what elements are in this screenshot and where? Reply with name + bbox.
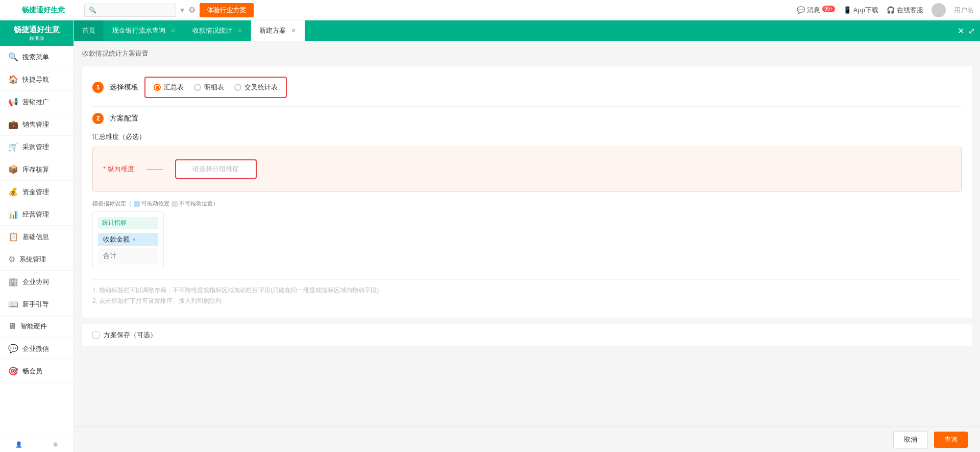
sidebar-item-purchase[interactable]: 🛒 采购管理 bbox=[0, 136, 74, 158]
radio-cross[interactable]: 交叉统计表 bbox=[234, 83, 278, 92]
dropdown-icon[interactable]: ▾ bbox=[180, 5, 184, 15]
sidebar-item-label: 企业微信 bbox=[22, 344, 49, 353]
sidebar-item-marketing[interactable]: 📢 营销推广 bbox=[0, 91, 74, 113]
basic-icon: 📋 bbox=[8, 232, 18, 242]
sidebar-item-member[interactable]: 🎯 畅会员 bbox=[0, 360, 74, 383]
sidebar-item-wechat[interactable]: 💬 企业微信 bbox=[0, 338, 74, 360]
tab-close-btn[interactable]: ✕ bbox=[958, 26, 964, 36]
tab-new-plan[interactable]: 新建方案 ✕ bbox=[251, 20, 305, 41]
settings-icon[interactable]: ⚙ bbox=[188, 5, 195, 15]
tab-cashflow[interactable]: 现金银行流水查询 ✕ bbox=[104, 20, 184, 41]
tab-new-plan-label: 新建方案 bbox=[259, 26, 286, 35]
metrics-header-text: 模板指标设定（ bbox=[92, 200, 132, 207]
sidebar-item-label: 销售管理 bbox=[22, 120, 49, 129]
service-item[interactable]: 🎧 在线客服 bbox=[887, 6, 923, 15]
sidebar-item-label: 经营管理 bbox=[22, 210, 49, 219]
tab-receipt-close[interactable]: ✕ bbox=[237, 27, 242, 34]
notification-item[interactable]: 💬 消息 99+ bbox=[797, 6, 835, 15]
sidebar-item-sales[interactable]: 💼 销售管理 bbox=[0, 113, 74, 136]
tab-receipt[interactable]: 收款情况统计 ✕ bbox=[184, 20, 251, 41]
sidebar-item-enterprise[interactable]: 🏢 企业协同 bbox=[0, 271, 74, 293]
footer-bar: 取消 查询 bbox=[74, 426, 980, 452]
stat-section-label: 统计指标 bbox=[98, 217, 158, 229]
breadcrumb: 收款情况统计方案设置 bbox=[82, 49, 972, 58]
sidebar-item-label: 畅会员 bbox=[22, 367, 42, 376]
page-content: 收款情况统计方案设置 1 选择模板 汇总表 明细表 bbox=[74, 41, 980, 426]
header: 畅捷通好生意 🔍 ▾ ⚙ 体验行业方案 💬 消息 99+ 📱 App下载 🎧 在… bbox=[0, 0, 980, 20]
sidebar-item-label: 资金管理 bbox=[22, 187, 49, 197]
member-icon: 🎯 bbox=[8, 366, 18, 376]
radio-detail-label: 明细表 bbox=[204, 83, 224, 92]
sidebar-item-guide[interactable]: 📖 新手引导 bbox=[0, 293, 74, 316]
radio-detail[interactable]: 明细表 bbox=[194, 83, 224, 92]
sidebar-footer-item-2[interactable]: ⚙ bbox=[53, 441, 58, 448]
sidebar-logo-sub: 标准版 bbox=[29, 35, 44, 42]
tip1: 1. 拖动标题栏可以调整布局，不可跨维度或指标区域拖动栏目字段(只能在同一维度或… bbox=[92, 286, 962, 295]
step2-row: 2 方案配置 bbox=[92, 113, 962, 124]
dot-blue bbox=[134, 201, 140, 207]
sidebar-item-management[interactable]: 📊 经营管理 bbox=[0, 203, 74, 226]
query-button[interactable]: 查询 bbox=[934, 432, 968, 448]
radio-dot-cross bbox=[234, 84, 241, 91]
sidebar-item-system[interactable]: ⚙ 系统管理 bbox=[0, 248, 74, 271]
main-wrapper: 畅捷通好生意 标准版 🔍 搜索菜单 🏠 快捷导航 📢 营销推广 💼 销售管理 🛒… bbox=[0, 20, 980, 452]
sidebar-item-basic[interactable]: 📋 基础信息 bbox=[0, 226, 74, 248]
sidebar-item-label: 企业协同 bbox=[22, 277, 49, 287]
tab-home[interactable]: 首页 bbox=[74, 20, 104, 41]
tab-cashflow-close[interactable]: ✕ bbox=[170, 27, 176, 34]
sidebar-footer: 👤 ⚙ bbox=[0, 437, 74, 452]
industry-btn[interactable]: 体验行业方案 bbox=[200, 3, 254, 17]
finance-icon: 💰 bbox=[8, 187, 18, 197]
radio-summary[interactable]: 汇总表 bbox=[154, 83, 184, 92]
sidebar-item-label: 智能硬件 bbox=[20, 322, 47, 331]
badge-movable-label: 可拖动位置 bbox=[141, 200, 169, 207]
header-search: 🔍 ▾ ⚙ 体验行业方案 bbox=[84, 3, 793, 17]
sidebar-item-nav[interactable]: 🏠 快捷导航 bbox=[0, 68, 74, 91]
dimension-row-label: * 纵向维度 bbox=[103, 164, 134, 174]
tab-expand-btn[interactable]: ⤢ bbox=[968, 26, 975, 36]
notification-label: 消息 bbox=[807, 6, 820, 15]
stat-tag-amount[interactable]: 收款金额 ▾ bbox=[98, 233, 158, 246]
radio-dot-summary bbox=[154, 84, 161, 91]
tab-receipt-label: 收款情况统计 bbox=[192, 26, 232, 35]
home-icon: 🏠 bbox=[8, 75, 18, 84]
save-label: 方案保存（可选） bbox=[104, 330, 157, 340]
guide-icon: 📖 bbox=[8, 299, 18, 309]
stat-subtag-label: 合计 bbox=[103, 252, 116, 259]
marketing-icon: 📢 bbox=[8, 97, 18, 107]
dimension-select-box[interactable]: 请选择分组维度 bbox=[175, 159, 257, 179]
hardware-icon: 🖥 bbox=[8, 322, 16, 331]
save-row: 方案保存（可选） bbox=[82, 324, 972, 346]
sidebar-item-search[interactable]: 🔍 搜索菜单 bbox=[0, 46, 74, 68]
section-card: 1 选择模板 汇总表 明细表 bbox=[82, 66, 972, 318]
search-box[interactable]: 🔍 bbox=[84, 4, 176, 17]
tab-new-plan-close[interactable]: ✕ bbox=[291, 27, 296, 34]
notification-badge: 99+ bbox=[822, 6, 835, 12]
sidebar-item-label: 快捷导航 bbox=[22, 75, 49, 84]
content-area: 首页 现金银行流水查询 ✕ 收款情况统计 ✕ 新建方案 ✕ ✕ ⤢ 收款情况统计… bbox=[74, 20, 980, 452]
system-icon: ⚙ bbox=[8, 254, 15, 264]
cancel-button[interactable]: 取消 bbox=[893, 431, 928, 448]
tip2: 2. 点击标题栏下拉可设置排序、插入列和删除列 bbox=[92, 297, 962, 305]
sidebar-item-finance[interactable]: 💰 资金管理 bbox=[0, 181, 74, 203]
template-select-row: 汇总表 明细表 交叉统计表 bbox=[144, 77, 287, 98]
step1-label: 选择模板 bbox=[110, 83, 138, 92]
purchase-icon: 🛒 bbox=[8, 142, 18, 152]
stat-subtag: 合计 bbox=[98, 248, 158, 264]
inventory-icon: 📦 bbox=[8, 164, 18, 174]
search-menu-icon: 🔍 bbox=[8, 52, 18, 62]
header-right: 💬 消息 99+ 📱 App下载 🎧 在线客服 用户名 bbox=[797, 3, 974, 17]
badge-unmovable: 不可拖动位置） bbox=[172, 200, 218, 207]
chevron-down-icon: ▾ bbox=[133, 236, 136, 243]
logo-text: 畅捷通好生意 bbox=[22, 6, 65, 15]
save-checkbox[interactable] bbox=[92, 331, 100, 339]
sidebar-item-hardware[interactable]: 🖥 智能硬件 bbox=[0, 316, 74, 338]
download-item[interactable]: 📱 App下载 bbox=[843, 6, 878, 15]
sidebar-item-inventory[interactable]: 📦 库存核算 bbox=[0, 158, 74, 181]
radio-cross-label: 交叉统计表 bbox=[244, 83, 278, 92]
dimension-area: * 纵向维度 —— 请选择分组维度 bbox=[92, 147, 962, 192]
sidebar-footer-item-1[interactable]: 👤 bbox=[15, 441, 22, 448]
badge-unmovable-label: 不可拖动位置） bbox=[179, 200, 218, 207]
dot-gray bbox=[172, 201, 178, 207]
sidebar-logo-text: 畅捷通好生意 bbox=[14, 25, 60, 35]
